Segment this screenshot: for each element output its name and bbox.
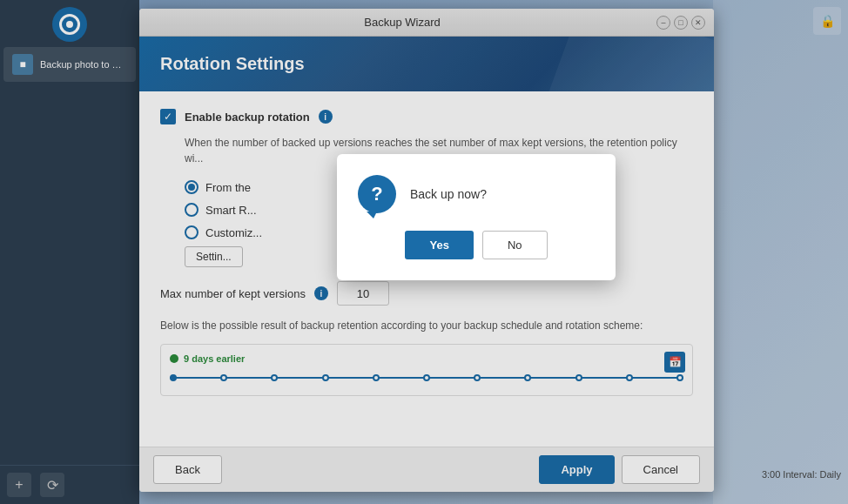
modal-buttons: Yes No [405,231,547,259]
question-mark: ? [371,183,382,205]
modal-dialog: ? Back up now? Yes No [337,154,616,280]
modal-yes-button[interactable]: Yes [405,231,473,259]
modal-content-row: ? Back up now? [358,175,487,213]
desktop: ■ Backup photo to B storage + ⟳ 🔒 3:00 I… [0,0,848,504]
modal-question-icon: ? [358,175,396,213]
modal-message: Back up now? [410,187,487,201]
modal-no-button[interactable]: No [482,231,548,259]
modal-overlay: ? Back up now? Yes No [0,0,848,504]
